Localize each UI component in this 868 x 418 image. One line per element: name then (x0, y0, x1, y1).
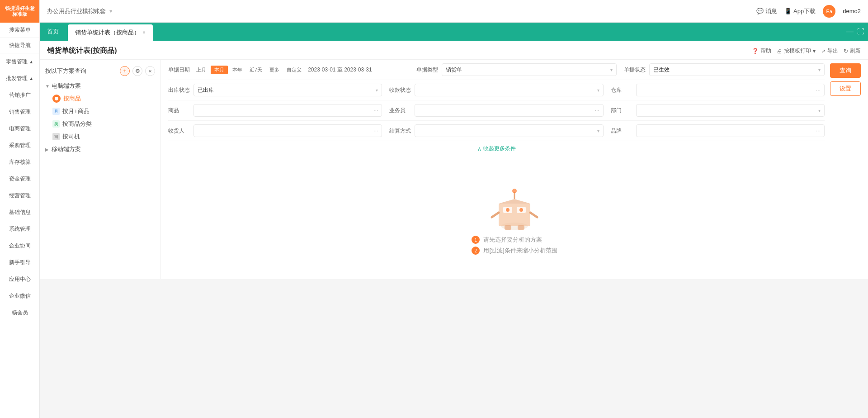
add-scheme-button[interactable]: + (120, 66, 130, 76)
date-custom-btn[interactable]: 自定义 (284, 66, 304, 74)
app-download-button[interactable]: 📱 App下载 (784, 7, 816, 15)
payment-label: 结算方式 (389, 127, 411, 135)
sidebar-item-finance[interactable]: 资金管理 (0, 171, 39, 187)
collapse-button[interactable]: ∧ 收起更多条件 (477, 145, 516, 152)
tab-bar: 首页 销货单统计表（按商品） × — ⛶ (40, 23, 868, 41)
doc-status-select[interactable]: 已生效 ▾ (649, 63, 825, 76)
tree-mobile-group[interactable]: ▶ 移动端方案 (40, 143, 160, 156)
export-icon: ↗ (821, 48, 826, 54)
product-dots-icon[interactable]: ··· (373, 107, 378, 114)
by-category-icon: 类 (52, 120, 60, 128)
sidebar-item-enterprise[interactable]: 企业协同 (0, 238, 39, 254)
filter-actions: ∧ 收起更多条件 (168, 141, 825, 156)
action-buttons: 查询 设置 (825, 60, 861, 96)
user-name[interactable]: demo2 (843, 8, 861, 14)
receiver-select[interactable]: ··· (193, 124, 382, 137)
salesperson-select[interactable]: ··· (415, 104, 603, 117)
sidebar-item-operations[interactable]: 经营管理 (0, 187, 39, 204)
sidebar-item-purchase[interactable]: 采购管理 (0, 137, 39, 154)
date-this-month-btn[interactable]: 本月 (211, 66, 228, 74)
date-more-btn[interactable]: 更多 (267, 66, 282, 74)
tab-close-icon[interactable]: × (142, 29, 146, 36)
tab-bar-right: — ⛶ (846, 28, 868, 36)
by-printer-icon: 司 (52, 133, 60, 140)
svg-line-10 (492, 213, 499, 217)
warehouse-select[interactable]: ··· (636, 84, 825, 96)
tab-home[interactable]: 首页 (40, 23, 66, 41)
svg-rect-12 (505, 225, 511, 230)
tree-node-by-category[interactable]: 类 按商品分类 (52, 118, 160, 130)
doc-type-arrow-icon: ▾ (610, 67, 613, 72)
doc-type-select[interactable]: 销货单 ▾ (442, 63, 617, 76)
help-button[interactable]: ❓ 帮助 (752, 47, 771, 55)
sidebar-item-sales[interactable]: 销售管理 (0, 104, 39, 120)
sidebar-item-inventory[interactable]: 库存核算 (0, 154, 39, 171)
salesperson-dots-icon[interactable]: ··· (595, 107, 599, 114)
breadcrumb-arrow: ▾ (109, 8, 113, 14)
tab-maximize-icon[interactable]: ⛶ (857, 28, 864, 36)
logo-text: 畅捷通好生意 标准版 (5, 5, 35, 17)
warehouse-dots-icon[interactable]: ··· (816, 87, 821, 93)
tree-desktop-group[interactable]: ▼ 电脑端方案 (40, 80, 160, 92)
svg-line-11 (530, 213, 537, 217)
svg-point-0 (55, 97, 58, 100)
collapse-panel-button[interactable]: « (145, 66, 155, 76)
sidebar-item-basic-info[interactable]: 基础信息 (0, 204, 39, 221)
receipt-status-select[interactable]: ▾ (415, 84, 603, 96)
by-month-product-icon: 月 (52, 108, 60, 115)
svg-point-7 (519, 208, 523, 212)
payment-select[interactable]: ▾ (415, 124, 603, 137)
product-select[interactable]: ··· (193, 104, 382, 117)
receipt-status-arrow-icon: ▾ (597, 88, 599, 93)
date-last7-btn[interactable]: 近7天 (247, 66, 265, 74)
export-button[interactable]: ↗ 导出 (821, 47, 838, 55)
download-icon: 📱 (784, 8, 792, 14)
doc-type-label: 单据类型 (416, 66, 438, 74)
doc-status-value: 已生效 (653, 66, 670, 74)
collapse-icon: ∧ (477, 146, 481, 152)
step-1-num: 1 (472, 236, 480, 244)
empty-icon (487, 183, 542, 228)
date-this-year-btn[interactable]: 本年 (230, 66, 245, 74)
sidebar-item-wechat[interactable]: 企业微信 (0, 288, 39, 304)
settings-scheme-button[interactable]: ⚙ (132, 66, 142, 76)
tab-minimize-icon[interactable]: — (846, 28, 854, 36)
sidebar-item-quick-nav[interactable]: 快捷导航 (0, 38, 39, 53)
department-label: 部门 (611, 107, 632, 114)
filter-right-panel: 单据日期 上月 本月 本年 近7天 更多 自定义 2023-03-01 至 20… (161, 60, 868, 279)
sidebar-item-marketing[interactable]: 营销推广 (0, 87, 39, 104)
help-icon: ❓ (752, 48, 759, 54)
tree-node-by-printer[interactable]: 司 按司机 (52, 130, 160, 143)
receiver-dots-icon[interactable]: ··· (373, 128, 378, 134)
sidebar-item-ecommerce[interactable]: 电商管理 (0, 120, 39, 137)
date-last-month-btn[interactable]: 上月 (193, 66, 209, 74)
salesperson-label: 业务员 (389, 107, 411, 114)
query-button[interactable]: 查询 (830, 63, 861, 78)
out-status-select[interactable]: 已出库 ▾ (193, 84, 382, 96)
avatar: Ea (823, 5, 835, 18)
warehouse-label: 仓库 (611, 86, 632, 94)
settings-button[interactable]: 设置 (830, 81, 861, 96)
out-status-arrow-icon: ▾ (376, 88, 378, 93)
sidebar-item-wholesale[interactable]: 批发管理 ▲ (0, 70, 39, 87)
doc-status-label: 单据状态 (624, 66, 646, 74)
refresh-button[interactable]: ↻ 刷新 (844, 47, 861, 55)
tree-node-by-product[interactable]: 按商品 (52, 92, 160, 105)
brand-dots-icon[interactable]: ··· (816, 128, 821, 134)
filter-item-payment: 结算方式 ▾ (389, 124, 603, 137)
sidebar-item-guide[interactable]: 新手引导 (0, 254, 39, 271)
brand-select[interactable]: ··· (636, 124, 825, 137)
filter-item-doc-type: 单据类型 销货单 ▾ (416, 63, 617, 76)
sidebar-item-retail[interactable]: 零售管理 ▲ (0, 53, 39, 70)
sidebar-item-app-center[interactable]: 应用中心 (0, 271, 39, 288)
tree-node-by-month-product[interactable]: 月 按月+商品 (52, 105, 160, 118)
sidebar-item-vip[interactable]: 畅会员 (0, 304, 39, 321)
message-button[interactable]: 💬 消息 (756, 7, 777, 15)
print-button[interactable]: 🖨 按模板打印 ▾ (777, 47, 816, 55)
sidebar-item-system[interactable]: 系统管理 (0, 221, 39, 238)
filter-item-date: 单据日期 上月 本月 本年 近7天 更多 自定义 2023-03-01 至 20… (168, 66, 409, 74)
page-actions: ❓ 帮助 🖨 按模板打印 ▾ ↗ 导出 ↻ 刷新 (752, 47, 861, 55)
tab-sales-stats[interactable]: 销货单统计表（按商品） × (68, 24, 153, 41)
department-select[interactable]: ▾ (636, 104, 825, 117)
sidebar-item-search[interactable]: 搜索菜单 (0, 23, 39, 38)
